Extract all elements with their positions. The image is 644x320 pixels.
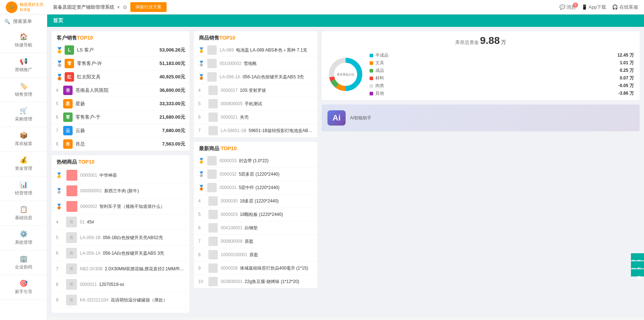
hot-product-image xyxy=(66,185,77,196)
customer-badge: 红 xyxy=(65,72,74,82)
hot-product-code: 01 xyxy=(80,220,85,225)
product-sales-code: LA-59651-1B xyxy=(221,128,246,133)
main-header: 首页 xyxy=(47,15,644,27)
sidebar-search[interactable]: 🔍 搜索菜单 xyxy=(0,15,47,28)
legend-value: -0.05 万 xyxy=(618,83,634,89)
hot-rank-number: 5 xyxy=(56,235,63,240)
hot-rank-number: 9 xyxy=(56,298,63,303)
hot-products-title: 热销商品 TOP10 xyxy=(52,155,189,168)
marketing-icon: 📢 xyxy=(20,57,28,65)
rank-medal: 🥉 xyxy=(56,74,63,81)
legend-name: 文具 xyxy=(375,60,617,66)
hot-product-row: 7 图 NB2.0X30B 2.0X30MM双摆花轴,摆花直径2.1MM/ROH… xyxy=(52,261,189,277)
online-service[interactable]: 🎧 在线客服 xyxy=(612,4,638,11)
search-icon: 🔍 xyxy=(4,19,10,24)
hot-product-row: 9 图 KK-SD22110H 花语萌恒温分罐罐袋（厚款） xyxy=(52,292,189,308)
newest-rank: 10 xyxy=(198,279,205,284)
product-sales-code: 001000002 xyxy=(220,61,241,66)
customer-name: 星扬 xyxy=(76,100,156,107)
mobile-icon: 📱 xyxy=(582,4,587,10)
legend-color-dot xyxy=(370,61,373,65)
legend-color-dot xyxy=(370,84,373,88)
customer-rank-row: 6 零 零售客户-于 21,680.00元 xyxy=(52,111,189,124)
sidebar-item-system[interactable]: ⚙️ 系统管理 xyxy=(0,226,47,250)
online-service-label: 在线客服 xyxy=(619,4,638,10)
sidebar-item-enterprise[interactable]: 🏢 企业协同 xyxy=(0,250,47,275)
topbar-right: 💬 消息 6 📱 App下载 🎧 在线客服 xyxy=(559,4,638,11)
rank-number: 4 xyxy=(56,88,63,93)
trial-button[interactable]: 体验行业方案 xyxy=(130,2,167,12)
newest-product-image xyxy=(208,277,218,286)
product-sales-panel: 商品销售TOP10 🥇 LA-089 电池盖 LA-089 ABS本色＋黑种 7… xyxy=(194,31,317,138)
rank-medal: 🥈 xyxy=(56,60,63,67)
sidebar-item-sales[interactable]: 🏷️ 销售管理 xyxy=(0,78,47,102)
sidebar-item-inventory[interactable]: 📦 库存核算 xyxy=(0,127,47,152)
customer-rank-row: 🥉 红 红太阳文具 40,925.00元 xyxy=(52,70,189,84)
hot-product-code: 0000011 xyxy=(80,282,97,287)
product-sales-code: 0000017 xyxy=(221,88,238,93)
customer-badge: 零 xyxy=(63,112,73,122)
main-body: 客户销售TOP10 🥇 L LS 客户 53,006.26元 🥈 零 零售客户-… xyxy=(47,27,644,317)
notification-count: 6 xyxy=(573,3,578,8)
hot-product-name: 056-1B白色按键开关壳ABS2壳 xyxy=(103,235,185,241)
newest-products-panel: 最新商品 TOP10 🥇 0000033 封边带 (1.0*22) 🥈 0000… xyxy=(194,142,317,288)
newest-medal: 🥉 xyxy=(198,185,204,190)
rank-number: 7 xyxy=(56,128,63,133)
product-sales-medal: 🥉 xyxy=(198,74,204,80)
customer-service-button[interactable]: 客服热线 xyxy=(631,253,644,260)
newest-rank: 8 xyxy=(198,252,205,257)
inventory-value: 9.88 xyxy=(480,35,500,46)
customer-rank-row: 🥇 L LS 客户 53,006.26元 xyxy=(52,44,189,57)
rank-number: 8 xyxy=(56,141,63,147)
product-sales-list: 🥇 LA-089 电池盖 LA-089 ABS本色＋黑种 7.1克 🥈 0010… xyxy=(194,44,317,138)
product-sales-row: 7 LA-59651-1B 59651-1B旋转投影灯电池盒ABS黑色＋58壳 xyxy=(194,124,317,138)
sidebar-item-basic[interactable]: 📋 基础信息 xyxy=(0,201,47,226)
sidebar-item-marketing[interactable]: 📢 营销推广 xyxy=(0,53,47,78)
inventory-donut-chart: 库存资金占比 xyxy=(327,56,364,93)
legend-value: 0.07 万 xyxy=(620,75,634,81)
system-dropdown-icon[interactable]: ▾ xyxy=(117,4,120,10)
notification-badge[interactable]: 💬 消息 6 xyxy=(559,4,576,11)
product-sales-rank: 6 xyxy=(198,115,205,120)
customer-name: 零售客户-于 xyxy=(76,114,156,120)
system-icon: ⚙️ xyxy=(20,230,28,238)
customer-name: 红太阳文具 xyxy=(77,74,156,80)
direct-button[interactable]: 直播 xyxy=(631,269,644,276)
newest-product-image xyxy=(207,169,217,179)
product-sales-title: 商品销售TOP10 xyxy=(194,31,317,44)
settings-icon[interactable]: ⚙ xyxy=(123,4,127,10)
sidebar-item-operations[interactable]: 📊 经营管理 xyxy=(0,176,47,201)
hot-product-code: 000500001 xyxy=(80,188,102,193)
hot-product-name: 45# xyxy=(87,220,185,225)
customer-amount: 21,680.00元 xyxy=(159,114,185,120)
newest-product-code: 000800008 xyxy=(221,239,242,244)
inventory-legend: 半成品 12.45 万 文具 1.01 万 成品 0.25 万 材料 0.07 … xyxy=(370,52,634,97)
sidebar-item-quick-nav[interactable]: 🏠 快捷导航 xyxy=(0,28,47,53)
customer-rank-row: 7 云 云扬 7,680.00元 xyxy=(52,124,189,138)
topbar-center: 装备及固定资产辅助管理系统 ▾ ⚙ 体验行业方案 xyxy=(53,2,559,12)
newest-products-list: 🥇 0000033 封边带 (1.0*22) 🥈 0000032 5层多层 (1… xyxy=(194,154,317,288)
app-download[interactable]: 📱 App下载 xyxy=(582,4,606,11)
topbar: 🐝 畅捷通好生意 标准版 装备及固定资产辅助管理系统 ▾ ⚙ 体验行业方案 💬 … xyxy=(0,0,644,15)
newest-product-name: 封边带 (1.0*22) xyxy=(239,158,313,164)
rank-number: 6 xyxy=(56,115,63,120)
newest-rank: 9 xyxy=(198,266,205,271)
customer-badge: L xyxy=(65,45,74,55)
ai-panel: Ai AI智能助手 xyxy=(322,104,640,131)
sidebar-item-purchase[interactable]: 🛒 采购管理 xyxy=(0,102,47,127)
sidebar-label-quick-nav: 快捷导航 xyxy=(15,42,32,48)
sidebar-item-finance[interactable]: 💰 资金管理 xyxy=(0,152,47,176)
sidebar-label-basic: 基础信息 xyxy=(15,215,32,221)
sidebar-item-guide[interactable]: 🎯 新手引导 xyxy=(0,275,47,300)
customer-name: 零售客户-许 xyxy=(77,60,156,67)
sales-icon: 🏷️ xyxy=(20,82,28,90)
hot-product-code: 0000001 xyxy=(80,173,97,178)
rank-medal: 🥇 xyxy=(56,47,63,54)
hot-product-image-placeholder: 图 xyxy=(66,248,77,259)
legend-name: 成品 xyxy=(375,67,617,74)
product-sales-image xyxy=(207,72,217,82)
legend-item: 文具 1.01 万 xyxy=(370,60,634,66)
service-community-button[interactable]: 服务社区 xyxy=(631,261,644,268)
sidebar-label-enterprise: 企业协同 xyxy=(15,264,32,270)
notification-icon: 💬 xyxy=(559,4,565,10)
